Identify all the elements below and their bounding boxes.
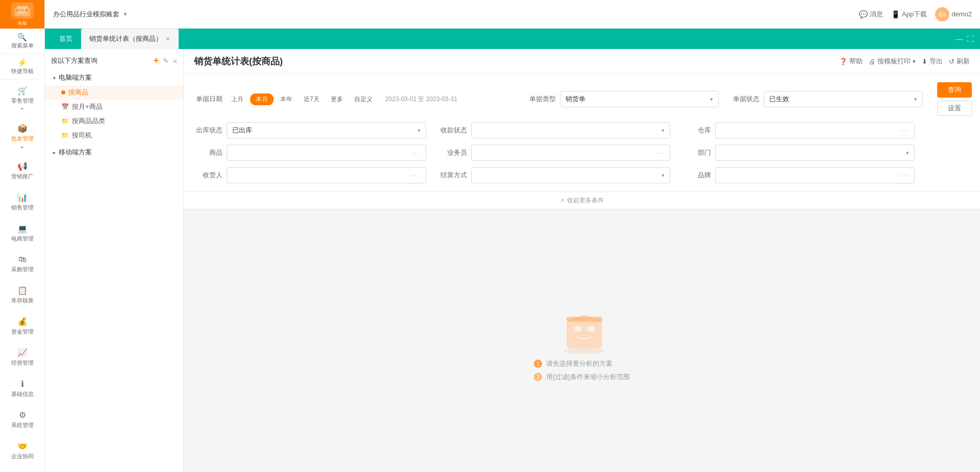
tree-section-mobile-label: 移动端方案: [59, 148, 92, 157]
collection-select[interactable]: ▾: [471, 122, 671, 138]
right-panel: 销货单统计表(按商品) ❓ 帮助 🖨 按模板打印 ▾ ⬇ 导出: [184, 49, 980, 472]
doc-type-value: 销货单: [566, 95, 585, 104]
more-btn[interactable]: 更多: [326, 93, 348, 106]
tip1-text: 请先选择要分析的方案: [546, 359, 612, 368]
collapse-panel-button[interactable]: «: [173, 57, 177, 65]
left-panel-title: 按以下方案查询: [51, 56, 97, 65]
settlement-select[interactable]: ▾: [471, 167, 671, 183]
brand-label: 品牌: [680, 171, 711, 180]
tree-item-by-product-category[interactable]: 📁 按商品品类: [45, 114, 183, 128]
message-button[interactable]: 💬 消息: [859, 10, 883, 19]
tab-report[interactable]: 销货单统计表（按商品） ✕: [81, 29, 179, 49]
sidebar-item-basic[interactable]: ℹ 基础信息: [0, 373, 44, 404]
template-print-button[interactable]: 🖨 按模板打印 ▾: [869, 57, 916, 66]
app-download-button[interactable]: 📱 App下载: [891, 10, 927, 19]
tree-arrow-down-icon: ▾: [53, 75, 56, 81]
svg-rect-4: [567, 317, 602, 322]
empty-tip-2: 2 用[过滤]条件来缩小分析范围: [534, 372, 629, 382]
last-month-btn[interactable]: 上月: [227, 93, 248, 106]
sidebar-item-newuser[interactable]: 🎯 新手引导: [0, 466, 44, 472]
sidebar-item-search[interactable]: 🔍 搜索菜单: [0, 29, 44, 54]
tree-arrow-right-icon: ▸: [53, 150, 56, 155]
warehouse-field: 仓库 ···: [680, 122, 915, 138]
sidebar-item-ecommerce[interactable]: 💻 电商管理: [0, 218, 44, 249]
collection-label: 收款状态: [436, 126, 467, 135]
export-button[interactable]: ⬇ 导出: [922, 57, 943, 66]
settlement-caret-icon: ▾: [662, 172, 665, 179]
sidebar-quicknav-label: 快捷导航: [2, 67, 42, 75]
left-panel-actions: + ✎ «: [154, 55, 177, 66]
tree-item-by-driver[interactable]: 📁 按司机: [45, 128, 183, 143]
minimize-button[interactable]: —: [955, 35, 963, 43]
current-year-btn[interactable]: 本年: [276, 93, 297, 106]
custom-btn[interactable]: 自定义: [350, 93, 377, 106]
out-status-caret-icon: ▾: [418, 127, 421, 134]
tree-item-by-product-category-label: 按商品品类: [72, 116, 105, 126]
tree-item-by-month-product-label: 按月+商品: [72, 102, 103, 111]
sidebar-item-wholesale[interactable]: 📦 批发管理 ▴: [0, 117, 44, 155]
svg-rect-3: [567, 320, 602, 348]
sidebar-item-finance[interactable]: 💰 资金管理: [0, 311, 44, 342]
staff-input[interactable]: ···: [471, 145, 671, 161]
maximize-button[interactable]: ⛶: [967, 35, 974, 43]
last7days-btn[interactable]: 近7天: [299, 93, 324, 106]
topnav: 办公用品行业模拟账套 ▾ 💬 消息 📱 App下载 Ea demo2: [45, 0, 980, 29]
query-button[interactable]: 查询: [937, 82, 972, 98]
collapse-text: ∧ 收起更多条件: [560, 196, 603, 205]
export-icon: ⬇: [922, 58, 927, 65]
brand-input[interactable]: ···: [715, 167, 915, 183]
svg-point-7: [564, 348, 605, 354]
doc-status-select[interactable]: 已生效 ▾: [764, 91, 923, 107]
edit-scheme-button[interactable]: ✎: [163, 57, 169, 65]
tree-item-by-product-label: 按商品: [68, 88, 88, 97]
tab-report-label: 销货单统计表（按商品）: [89, 34, 162, 43]
query-buttons: 查询 设置: [931, 82, 972, 116]
out-status-select[interactable]: 已出库 ▾: [227, 122, 426, 138]
filter-row-4: 收货人 ··· 结算方式 ▾ 品牌: [192, 167, 972, 183]
add-scheme-button[interactable]: +: [154, 55, 159, 66]
topnav-left: 办公用品行业模拟账套 ▾: [53, 10, 127, 19]
refresh-button[interactable]: ↺ 刷新: [949, 57, 970, 66]
svg-rect-6: [587, 326, 595, 332]
warehouse-label: 仓库: [680, 126, 711, 135]
staff-dots-icon: ···: [656, 149, 665, 157]
doc-status-field: 单据状态 已生效 ▾: [729, 91, 923, 107]
username: demo2: [951, 10, 972, 18]
current-month-btn[interactable]: 本月: [250, 93, 274, 105]
sidebar-item-purchase[interactable]: 🛍 采购管理: [0, 249, 44, 279]
product-input[interactable]: ···: [227, 145, 426, 161]
filter-area: 单据日期 上月 本月 本年 近7天 更多 自定义 2023-03-01 至 20…: [184, 74, 980, 192]
tab-close-icon[interactable]: ✕: [165, 36, 170, 42]
active-dot-icon: [61, 90, 65, 95]
collapse-conditions-bar[interactable]: ∧ 收起更多条件: [184, 192, 980, 209]
warehouse-input[interactable]: ···: [715, 122, 915, 138]
empty-tips: 1 请先选择要分析的方案 2 用[过滤]条件来缩小分析范围: [534, 359, 629, 382]
sidebar-item-marketing[interactable]: 📢 营销推广: [0, 155, 44, 186]
breadcrumb-dropdown-icon[interactable]: ▾: [124, 10, 127, 18]
sidebar-item-operation[interactable]: 📈 经营管理: [0, 342, 44, 373]
refresh-icon: ↺: [949, 58, 954, 65]
tab-home[interactable]: 首页: [51, 29, 81, 49]
sidebar-item-quick-nav[interactable]: ⚡ 快捷导航: [0, 54, 44, 80]
app-icon: 📱: [891, 10, 900, 18]
sidebar-item-system[interactable]: ⚙ 系统管理: [0, 404, 44, 435]
filter-row-3: 商品 ··· 业务员 ··· 部门: [192, 145, 972, 161]
tree-section-mobile[interactable]: ▸ 移动端方案: [45, 145, 183, 160]
sidebar-item-retail[interactable]: 🛒 零售管理 ▾: [0, 80, 44, 117]
dept-select[interactable]: ▾: [715, 145, 915, 161]
tree-section-desktop[interactable]: ▾ 电脑端方案: [45, 70, 183, 85]
doc-type-select[interactable]: 销货单 ▾: [560, 91, 719, 107]
sidebar-item-sales[interactable]: 📊 销售管理: [0, 186, 44, 218]
help-button[interactable]: ❓ 帮助: [839, 57, 863, 66]
tree-item-by-month-product[interactable]: 📅 按月+商品: [45, 100, 183, 114]
tab-home-label: 首页: [59, 34, 72, 43]
doc-status-label: 单据状态: [729, 95, 760, 104]
svg-rect-5: [574, 326, 581, 332]
settings-button[interactable]: 设置: [937, 101, 972, 116]
tree-item-by-product[interactable]: 按商品: [45, 85, 183, 100]
sidebar-item-inventory[interactable]: 📋 库存核算: [0, 279, 44, 311]
user-profile[interactable]: Ea demo2: [935, 7, 972, 21]
consignee-input[interactable]: ···: [227, 167, 426, 183]
staff-field: 业务员 ···: [436, 145, 671, 161]
sidebar-item-enterprise[interactable]: 🤝 企业协同: [0, 435, 44, 466]
